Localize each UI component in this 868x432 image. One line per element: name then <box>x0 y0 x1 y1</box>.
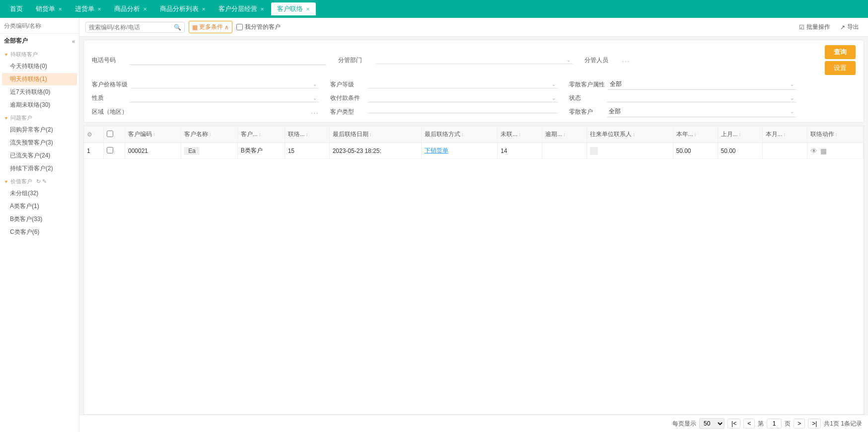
region-dots-area: ... <box>131 108 319 115</box>
nav-item-客户分层经营[interactable]: 客户分层经营✕ <box>213 2 270 15</box>
next-page-button[interactable]: > <box>794 419 805 429</box>
set-button[interactable]: 设置 <box>825 61 856 75</box>
filter-cell-region: 区域（地区） ... <box>92 108 319 116</box>
price-level-select[interactable]: ⌄ <box>131 80 319 88</box>
row-contact-count: 15 <box>285 143 329 159</box>
sort-icon[interactable]: ↕ <box>633 132 635 137</box>
gear-icon[interactable]: ⚙ <box>87 131 92 138</box>
prev-page-button[interactable]: < <box>743 419 755 429</box>
row-actions: 👁▦ <box>807 143 863 159</box>
collapse-icon: « <box>72 38 75 44</box>
toolbar-search-icon[interactable]: 🔍 <box>174 24 181 31</box>
my-customer-checkbox-group[interactable]: 我分管的客户 <box>236 23 281 31</box>
filter-cell-status: 状态 ⌄ <box>569 94 796 102</box>
sort-icon[interactable]: ↕ <box>461 132 464 137</box>
sidebar-pending-group: ▼ 待联络客户 <box>0 48 79 60</box>
batch-op-label: 批量操作 <box>806 23 830 31</box>
sidebar-item[interactable]: 未分组(32) <box>2 187 77 200</box>
sort-icon[interactable]: ↕ <box>209 132 212 137</box>
nav-item-进货单[interactable]: 进货单✕ <box>69 2 107 15</box>
sidebar-item[interactable]: 流失预警客户(3) <box>2 137 77 149</box>
close-icon[interactable]: ✕ <box>260 6 264 12</box>
batch-op-button[interactable]: ☑ 批量操作 <box>796 21 833 33</box>
sidebar-all-customers[interactable]: 全部客户 « <box>0 34 79 48</box>
close-icon[interactable]: ✕ <box>58 6 62 12</box>
chevron-up-icon: ∧ <box>224 24 229 31</box>
table-column-header: ⚙ <box>84 126 103 143</box>
sidebar-item[interactable]: 今天待联络(0) <box>2 60 77 72</box>
row-code: 000021 <box>125 143 181 159</box>
row-this-month <box>762 143 807 159</box>
payment-chevron-icon: ⌄ <box>552 95 556 101</box>
person-dots[interactable]: ... <box>622 57 630 64</box>
retail-attr-select[interactable]: 全部 ⌄ <box>608 79 796 90</box>
select-all-checkbox[interactable] <box>107 131 113 137</box>
row-last-contact-method[interactable]: 下销货单 <box>421 143 497 159</box>
value-group-label: 价值客户 <box>10 178 32 185</box>
toolbar-search-input[interactable] <box>89 24 172 31</box>
sidebar-item[interactable]: 近7天待联络(0) <box>2 86 77 98</box>
sort-icon[interactable]: ↕ <box>518 132 521 137</box>
close-icon[interactable]: ✕ <box>97 6 101 12</box>
last-contact-link[interactable]: 下销货单 <box>425 147 448 154</box>
nav-item-销货单[interactable]: 销货单✕ <box>30 2 68 15</box>
close-icon[interactable]: ✕ <box>306 6 310 12</box>
nav-item-商品分析[interactable]: 商品分析✕ <box>108 2 153 15</box>
person-label: 分管人员 <box>584 56 619 65</box>
retail-customer-select[interactable]: 全部 ⌄ <box>607 106 796 117</box>
sidebar-item[interactable]: 逾期未联络(30) <box>2 99 77 111</box>
row-checkbox[interactable] <box>107 147 113 153</box>
my-customer-checkbox[interactable] <box>236 24 243 30</box>
sidebar-item[interactable]: C类客户(6) <box>2 226 77 238</box>
sort-icon[interactable]: ↕ <box>739 132 741 137</box>
sort-icon[interactable]: ↕ <box>306 132 308 137</box>
close-icon[interactable]: ✕ <box>202 6 206 12</box>
grid-icon[interactable]: ▦ <box>820 147 827 155</box>
payment-select[interactable]: ⌄ <box>368 94 557 102</box>
dept-select[interactable]: ⌄ <box>376 56 573 64</box>
sidebar-item[interactable]: B类客户(33) <box>2 213 77 225</box>
export-button[interactable]: ↗ 导出 <box>837 21 862 33</box>
query-button[interactable]: 查询 <box>825 45 856 59</box>
row-this-year: 50.00 <box>673 143 718 159</box>
sidebar-item[interactable]: 已流失客户(24) <box>2 149 77 162</box>
sort-icon[interactable]: ↕ <box>153 132 155 137</box>
sidebar-item[interactable]: A类客户(1) <box>2 200 77 213</box>
sidebar-item[interactable]: 明天待联络(1) <box>2 73 77 85</box>
phone-input[interactable] <box>130 56 326 65</box>
sort-icon[interactable]: ↕ <box>694 132 697 137</box>
customer-level-select[interactable]: ⌄ <box>368 80 557 88</box>
action-icons: 👁▦ <box>810 147 860 155</box>
sidebar-item[interactable]: 回购异常客户(2) <box>2 124 77 136</box>
page-number-input[interactable] <box>767 419 782 429</box>
my-customer-label: 我分管的客户 <box>245 23 281 31</box>
sort-icon[interactable]: ↕ <box>563 132 566 137</box>
table-column-header: 未联...↕ <box>498 126 542 143</box>
retail-attr-chevron-icon: ⌄ <box>790 81 794 87</box>
more-filter-button[interactable]: ▦ 更多条件 ∧ <box>189 21 232 33</box>
sidebar-item[interactable]: 持续下滑客户(2) <box>2 162 77 175</box>
region-dots[interactable]: ... <box>311 108 319 115</box>
status-select[interactable]: ⌄ <box>607 94 796 102</box>
gender-select[interactable]: ⌄ <box>130 94 319 102</box>
eye-icon[interactable]: 👁 <box>810 147 817 155</box>
nav-item-首页[interactable]: 首页 <box>4 2 29 15</box>
customer-type-select[interactable] <box>368 111 557 113</box>
first-page-button[interactable]: |< <box>727 419 740 429</box>
row-overdue <box>542 143 587 159</box>
per-page-select[interactable]: 102050100 <box>699 418 724 429</box>
last-page-button[interactable]: >| <box>808 419 821 429</box>
sort-icon[interactable]: ↕ <box>835 132 838 137</box>
table-column-header: 上月...↕ <box>718 126 762 143</box>
nav-item-客户联络[interactable]: 客户联络✕ <box>271 2 316 15</box>
sort-icon[interactable]: ↕ <box>259 132 261 137</box>
sort-icon[interactable]: ↕ <box>369 132 372 137</box>
close-icon[interactable]: ✕ <box>143 6 147 12</box>
more-filter-label: 更多条件 <box>199 23 223 31</box>
nav-item-商品分析列表[interactable]: 商品分析列表✕ <box>154 2 212 15</box>
table-column-header: 往来单位联系人↕ <box>587 126 673 143</box>
sort-icon[interactable]: ↕ <box>784 132 786 137</box>
table-column-header: 本月...↕ <box>762 126 807 143</box>
payment-label: 收付款条件 <box>330 94 365 102</box>
sidebar-search-input[interactable] <box>4 22 78 29</box>
